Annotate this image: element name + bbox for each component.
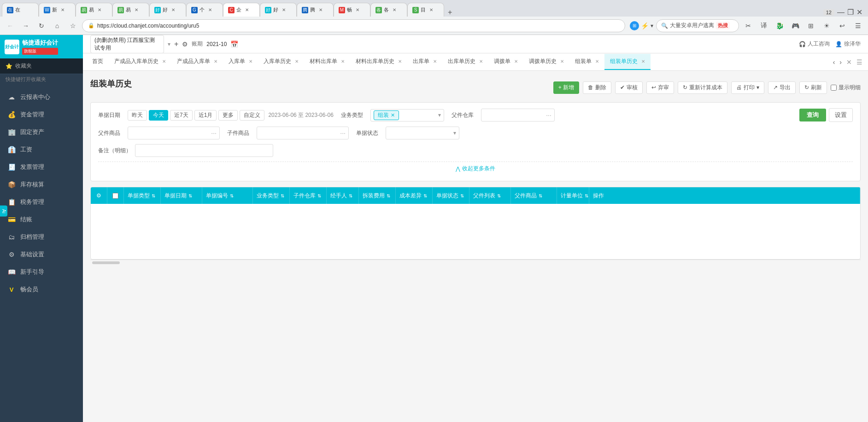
select-all-checkbox[interactable]: [112, 193, 118, 199]
add-button[interactable]: + 新增: [553, 81, 579, 94]
tab-close-in-order[interactable]: ✕: [249, 59, 252, 64]
sidebar-item-settlement[interactable]: 💳 结账: [0, 211, 83, 228]
tabs-scroll-left[interactable]: ‹: [831, 58, 837, 66]
sidebar-item-invoice[interactable]: 🧾 发票管理: [0, 158, 83, 176]
company-dropdown-icon[interactable]: ▾: [168, 41, 170, 47]
scrollbar-hint[interactable]: [90, 260, 861, 265]
tab-close-10[interactable]: ✕: [356, 7, 359, 12]
forward-button[interactable]: →: [19, 19, 32, 32]
th-biz[interactable]: 业务类型 ⇅: [253, 187, 290, 204]
th-unit[interactable]: 计量单位 ⇅: [557, 187, 589, 204]
sidebar-item-inventory[interactable]: 📦 库存核算: [0, 176, 83, 193]
sort-parent-goods-icon[interactable]: ⇅: [539, 193, 542, 198]
th-number[interactable]: 单据编号 ⇅: [202, 187, 253, 204]
sort-handler-icon[interactable]: ⇅: [349, 193, 352, 198]
sort-warehouse-icon[interactable]: ⇅: [317, 193, 321, 198]
tab-close-produce-in-history[interactable]: ✕: [162, 59, 166, 64]
tab-close-6[interactable]: ✕: [208, 7, 212, 12]
company-selector[interactable]: (勿删勿禁用) 江西服宝测试专用: [90, 35, 164, 53]
recalculate-button[interactable]: ↻ 重新计算成本: [678, 81, 727, 94]
date-btn-today[interactable]: 今天: [149, 110, 168, 121]
tab-close-11[interactable]: ✕: [393, 7, 396, 12]
th-warehouse[interactable]: 子件仓库 ⇅: [290, 187, 327, 204]
th-cost-diff[interactable]: 成本差异 ⇅: [396, 187, 433, 204]
tab-close-4[interactable]: ✕: [135, 7, 138, 12]
sort-cost1-icon[interactable]: ⇅: [387, 193, 390, 198]
user-info[interactable]: 👤 徐泽华: [835, 40, 861, 48]
sidebar-item-settings[interactable]: ⚙ 基础设置: [0, 246, 83, 263]
tab-kit-history[interactable]: 组装单历史 ✕: [604, 54, 651, 70]
parent-goods-dots-btn[interactable]: ···: [211, 129, 217, 137]
sidebar-item-archive[interactable]: 🗂 归档管理: [0, 228, 83, 246]
tab-close-material-out-history[interactable]: ✕: [398, 59, 402, 64]
browser-tab-4[interactable]: 易 易 ✕: [112, 3, 149, 17]
sidebar-item-cloud-report[interactable]: ☁ 云报表中心: [0, 88, 83, 106]
browser-tab-9[interactable]: 腾 腾 ✕: [297, 3, 334, 17]
th-status[interactable]: 单据状态 ⇅: [433, 187, 469, 204]
new-tab-button[interactable]: +: [444, 8, 456, 17]
th-parent-goods[interactable]: 父件商品 ⇅: [511, 187, 557, 204]
biz-tag-remove[interactable]: ✕: [391, 112, 395, 118]
refresh-button[interactable]: ↻ 刷新: [799, 81, 827, 94]
undo-icon[interactable]: ↩: [836, 19, 849, 32]
tab-close-material-out[interactable]: ✕: [341, 59, 345, 64]
sidebar-item-tax[interactable]: 📋 税务管理: [0, 193, 83, 211]
query-button[interactable]: 查询: [799, 109, 826, 121]
browser-tab-2[interactable]: W 新 ✕: [39, 3, 76, 17]
sort-date-icon[interactable]: ⇅: [188, 193, 192, 198]
settings-button[interactable]: 设置: [829, 108, 853, 122]
warehouse-dots-btn[interactable]: ···: [546, 111, 551, 119]
reload-button[interactable]: ↻: [35, 19, 48, 32]
emoji-icon[interactable]: 🐉: [773, 19, 786, 32]
collapse-bar[interactable]: ⋀ 收起更多条件: [98, 162, 853, 175]
browser-tab-10[interactable]: M 畅 ✕: [334, 3, 370, 17]
th-disassemble-cost[interactable]: 拆装费用 ⇅: [359, 187, 396, 204]
sort-number-icon[interactable]: ⇅: [230, 193, 234, 198]
tab-home[interactable]: 首页: [87, 54, 109, 70]
sidebar-item-guide[interactable]: 📖 新手引导: [0, 263, 83, 281]
show-detail-input[interactable]: [831, 85, 837, 91]
tab-close-5[interactable]: ✕: [171, 7, 175, 12]
browser-tab-12[interactable]: S 目 ✕: [407, 3, 444, 17]
bookmark-button[interactable]: ☆: [66, 19, 79, 32]
tab-close-assemble-history[interactable]: ✕: [560, 59, 564, 64]
browser-tab-3[interactable]: 易 易 ✕: [76, 3, 112, 17]
browser-tab-7[interactable]: C 企 ✕: [223, 3, 260, 17]
ai-sidebar-btn[interactable]: Ai: [0, 205, 7, 217]
back-button[interactable]: ←: [4, 19, 17, 32]
game-icon[interactable]: 🎮: [789, 19, 802, 32]
add-company-button[interactable]: +: [174, 40, 178, 48]
tabs-more[interactable]: ☰: [855, 58, 864, 66]
th-settings[interactable]: ⚙: [91, 187, 107, 204]
ext-dropdown-icon[interactable]: ▾: [651, 23, 653, 29]
sort-biz-icon[interactable]: ⇅: [281, 193, 284, 198]
tab-close-produce-in[interactable]: ✕: [214, 59, 217, 64]
tab-material-out-history[interactable]: 材料出库单历史 ✕: [350, 54, 407, 70]
sort-type-icon[interactable]: ⇅: [152, 193, 155, 198]
browser-tab-5[interactable]: 好 好 ✕: [149, 3, 186, 17]
date-btn-custom[interactable]: 自定义: [240, 110, 264, 121]
th-checkbox[interactable]: [107, 187, 124, 204]
tab-produce-in[interactable]: 产成品入库单 ✕: [171, 54, 223, 70]
tabs-scroll-right[interactable]: ›: [838, 58, 844, 66]
scrollbar-track[interactable]: [92, 261, 120, 264]
ext-lightning-icon[interactable]: ⚡: [641, 22, 649, 29]
ext-grid-icon[interactable]: ⊞: [630, 21, 639, 30]
sidebar-item-funds[interactable]: 💰 资金管理: [0, 106, 83, 123]
sort-status-icon[interactable]: ⇅: [460, 193, 464, 198]
sidebar-item-salary[interactable]: 👔 工资: [0, 141, 83, 158]
translate-icon[interactable]: 译: [757, 19, 770, 32]
abandon-button[interactable]: ↩ 弃审: [646, 81, 674, 94]
tab-close-kit-history[interactable]: ✕: [641, 59, 645, 64]
tab-in-history[interactable]: 入库单历史 ✕: [258, 54, 304, 70]
address-bar[interactable]: 🔒 https://cloud.chanjet.com/accounting/u…: [82, 19, 625, 32]
status-dropdown-icon[interactable]: ▾: [453, 130, 456, 136]
cut-icon[interactable]: ✂: [742, 19, 755, 32]
tab-assemble[interactable]: 调拨单 ✕: [488, 54, 523, 70]
date-btn-7days[interactable]: 近7天: [170, 110, 193, 121]
sort-cost2-icon[interactable]: ⇅: [423, 193, 427, 198]
delete-button[interactable]: 🗑 删除: [583, 81, 611, 94]
child-goods-dots-btn[interactable]: ···: [340, 129, 346, 137]
browser-search-bar[interactable]: 🔍 大量安卓用户逃离 热搜: [656, 19, 739, 32]
brightness-icon[interactable]: ☀: [820, 19, 833, 32]
